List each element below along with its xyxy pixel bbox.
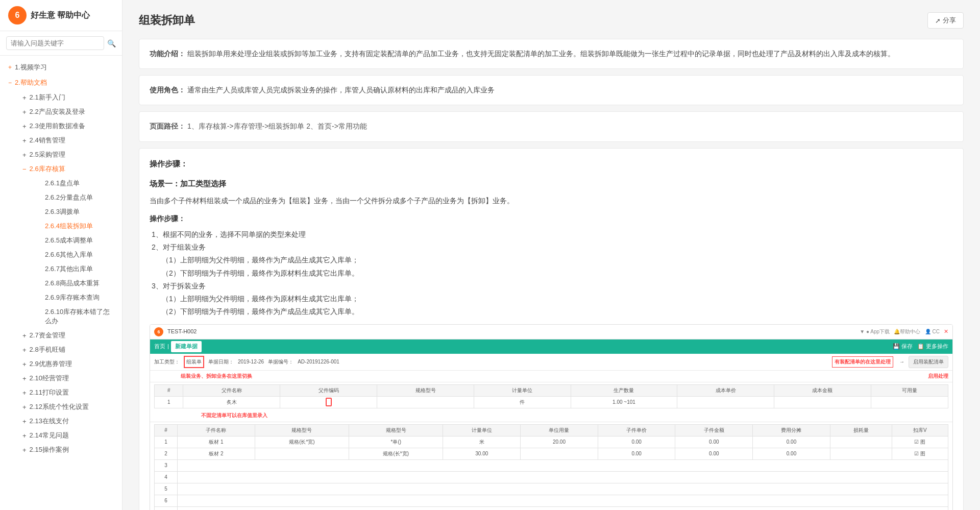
feature-intro-card: 功能介绍： 组装拆卸单用来处理企业组装或拆卸等加工业务，支持有固定装配清单的产品… [139,39,964,69]
feature-intro-text: 组装拆卸单用来处理企业组装或拆卸等加工业务，支持有固定装配清单的产品加工业务，也… [187,50,895,58]
minus-icon: − [22,165,27,173]
expand-icon: + [8,64,12,71]
annotation1: 有装配清单的在这里处理 [832,356,893,368]
page-title: 组装拆卸单 [139,13,195,28]
annotation3-text: 组装业务、拆卸业务在这里切换 [181,372,252,381]
sidebar-item-cases[interactable]: + 2.15操作案例 [14,443,122,457]
plus-icon: + [22,94,27,102]
sidebar-item-other-out[interactable]: 2.6.7其他出库单 [22,262,122,276]
plus-icon: + [22,108,27,116]
search-box: 🔍 [0,31,122,56]
app-titlebar: 6 TEST-H002 ▼ ● App下载 🔔帮助中心 👤 CC ✕ [150,325,952,339]
app-nav-separator: | [167,342,169,352]
sidebar-item-label: 1.视频学习 [15,63,47,72]
sidebar-item-other-in[interactable]: 2.6.6其他入库单 [22,248,122,262]
app-form-top: 加工类型： 组装单 单据日期： 2019-12-26 单据编号： AD-2019… [150,354,952,371]
sidebar-item-coupon[interactable]: + 2.9优惠券管理 [14,357,122,371]
sidebar-item-video-learning[interactable]: + 1.视频学习 [0,60,122,75]
path-text: 1、库存核算->库存管理->组装拆卸单 2、首页->常用功能 [187,122,367,130]
sidebar-header: 6 好生意 帮助中心 [0,0,122,31]
lth-num: # [155,424,178,436]
lth-deduct: 扣库V [892,424,948,436]
plus-icon: + [22,332,27,339]
annotation5-text: 不固定清单可以在库值里录入 [201,412,267,418]
sidebar-item-ledger-fix[interactable]: 2.6.10库存账本错了怎么办 [22,305,122,328]
plus-icon: + [22,446,27,454]
close-icon[interactable]: ✕ [944,327,948,337]
lower-table-header-row: # 子件名称 规格型号 规格型号 计量单位 单位用量 子件单价 子件金额 费用分… [155,424,948,436]
td-spec [377,396,474,408]
plus-icon: + [22,418,27,425]
enable-bom-btn[interactable]: 启用装配清单 [909,356,948,368]
sidebar-item-payment[interactable]: + 2.13在线支付 [14,414,122,428]
td-parent-name: 炙木 [183,396,280,408]
main-header: 组装拆卸单 ➚ 分享 [139,12,964,29]
lower-table-row-4: 4 [155,471,948,483]
sidebar-item-purchase[interactable]: + 2.5采购管理 [14,148,122,162]
th-parent-name: 父件名称 [183,384,280,396]
scene1-desc: 当由多个子件材料组装成一个成品的业务为【组装】业务，当由一个父件拆分成多个子产品… [150,195,953,207]
sidebar: 6 好生意 帮助中心 🔍 + 1.视频学习 − 2.帮助文档 + 2.1新手入门… [0,0,122,510]
sidebar-item-transfer[interactable]: 2.6.3调拨单 [22,205,122,219]
step1: 1、根据不同的业务，选择不同单据的类型来处理 [152,228,953,241]
sidebar-item-stocktake[interactable]: 2.6.1盘点单 [22,176,122,190]
lth-sub-price: 子件单价 [598,424,675,436]
plus-icon: + [22,403,27,411]
td-num: 1 [155,396,183,408]
app-ui: 6 TEST-H002 ▼ ● App下载 🔔帮助中心 👤 CC ✕ 首页 | … [150,325,952,510]
td-cost-price [677,396,774,408]
sidebar-item-mobile[interactable]: + 2.8手机旺铺 [14,343,122,357]
steps-label: 操作步骤： [150,157,953,171]
th-unit: 计量单位 [474,384,571,396]
sidebar-item-install[interactable]: + 2.2产品安装及登录 [14,105,122,119]
share-button[interactable]: ➚ 分享 [927,12,964,29]
annotation5-area: 不固定清单可以在库值里录入 [150,410,952,422]
th-cost-price: 成本单价 [677,384,774,396]
th-num: # [155,384,183,396]
sidebar-item-finance[interactable]: + 2.7资金管理 [14,328,122,343]
td-parent-code [280,396,377,408]
share-label: 分享 [943,16,956,25]
sidebar-item-assembly[interactable]: 2.6.4组装拆卸单 [22,219,122,233]
th-qty: 生产数量 [571,384,677,396]
lower-table-row-1: 1 板材 1 规格(长*宽) *单() 米 20.00 0.00 0.00 0.… [155,436,948,448]
th-parent-code: 父件编码 [280,384,377,396]
parent-code-input[interactable] [326,398,332,406]
sidebar-item-cost-recalc[interactable]: 2.6.8商品成本重算 [22,276,122,290]
app-teal-bar: 首页 | 新建单据 💾 保存 📋 更多操作 [150,339,952,354]
search-icon[interactable]: 🔍 [107,39,116,47]
lower-table-row-6: 6 [155,495,948,506]
lth-usage: 单位用量 [521,424,598,436]
nav-tree: + 1.视频学习 − 2.帮助文档 + 2.1新手入门 + 2.2产品安装及登录… [0,56,122,510]
sidebar-item-stock-ledger[interactable]: 2.6.9库存账本查询 [22,290,122,305]
share-icon: ➚ [935,17,941,25]
lth-unit: 计量单位 [443,424,521,436]
upper-table: # 父件名称 父件编码 规格型号 计量单位 生产数量 成本单价 成本金额 可用量 [154,384,948,408]
sidebar-item-ops[interactable]: + 2.10经营管理 [14,371,122,385]
sidebar-item-sales[interactable]: + 2.4销售管理 [14,133,122,148]
sidebar-item-cost-adjust[interactable]: 2.6.5成本调整单 [22,233,122,248]
sidebar-item-inventory[interactable]: − 2.6库存核算 [14,162,122,176]
path-card: 页面路径： 1、库存核算->库存管理->组装拆卸单 2、首页->常用功能 [139,111,964,141]
app-nav-new[interactable]: 新建单据 [171,341,202,352]
steps-sub-label: 操作步骤： [150,212,953,225]
sidebar-item-custom[interactable]: + 2.12系统个性化设置 [14,400,122,414]
lower-table-row-3: 3 [155,459,948,471]
plus-icon: + [22,389,27,397]
lth-sub-name: 子件名称 [178,424,255,436]
sidebar-item-help-docs[interactable]: − 2.帮助文档 [0,75,122,90]
role-text: 通常由生产人员或库管人员完成拆装业务的操作，库管人员确认原材料的出库和产成品的入… [187,86,495,94]
sidebar-item-data-prep[interactable]: + 2.3使用前数据准备 [14,119,122,133]
plus-icon: + [22,346,27,354]
td-available [871,396,948,408]
plus-icon: + [22,137,27,144]
lower-table-row-5: 5 [155,483,948,495]
logo-text: 好生意 帮助中心 [31,10,90,21]
search-input[interactable] [6,36,104,50]
annotation4-text: 启用处理 [928,372,948,381]
sidebar-item-print[interactable]: + 2.11打印设置 [14,385,122,400]
sidebar-item-newcomer[interactable]: + 2.1新手入门 [14,90,122,105]
form-type-label: 加工类型： [154,357,180,367]
sidebar-item-partial-stocktake[interactable]: 2.6.2分量盘点单 [22,190,122,205]
sidebar-item-faq[interactable]: + 2.14常见问题 [14,428,122,443]
